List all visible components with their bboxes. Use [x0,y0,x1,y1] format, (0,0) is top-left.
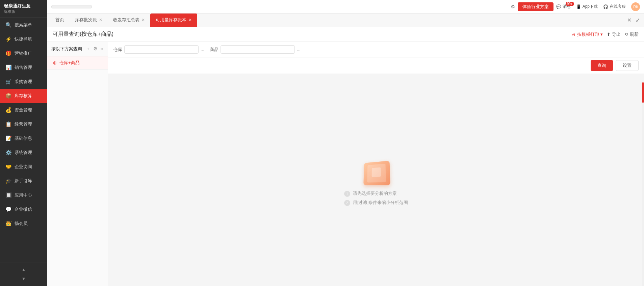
sidebar-item-label: 搜索菜单 [15,22,32,28]
sidebar-item-label: 销售管理 [15,64,32,71]
tabbar: 首页库存批次账✕收发存汇总表✕可用量库存账本✕ ✕ ⤢ [47,14,644,27]
basic-icon: 📝 [5,135,12,141]
export-label: 导出 [612,31,621,37]
main-area: ⚙ 体验行业方案 💬 消息 99+ 📱 App下载 🎧 在线客服 Rit [47,0,644,286]
sidebar: 畅康通好生意 标准版 🔍搜索菜单⚡快捷导航🎁营销推广📊销售管理🛒采购管理📦库存核… [0,0,47,286]
service-icon: 🎧 [603,4,608,9]
topbar-service-label: 在线客服 [610,4,626,9]
sidebar-item-purchase[interactable]: 🛒采购管理 [0,75,47,89]
filter-goods-label: 商品 [210,47,218,53]
sidebar-item-guide[interactable]: 🎓新手引导 [0,174,47,188]
sidebar-logo: 畅康通好生意 标准版 [0,0,47,18]
sidebar-item-label: 系统管理 [15,150,32,156]
content-wrapper: 按以下方案查询 ＋ ⚙ « ⊕ 仓库+商品 仓库 [47,42,644,286]
empty-hint-2: 2 用[过滤]条件来缩小分析范围 [344,200,408,206]
tab-available[interactable]: 可用量库存账本✕ [150,14,197,27]
sidebar-item-basic[interactable]: 📝基础信息 [0,131,47,146]
refresh-label: 刷新 [630,31,639,37]
export-btn[interactable]: ⬆ 导出 [607,31,621,37]
sidebar-item-enterprise[interactable]: 🤝企业协同 [0,160,47,174]
tab-home[interactable]: 首页 [50,14,70,27]
tab-summary[interactable]: 收发存汇总表✕ [108,14,150,27]
topbar-gear-btn[interactable]: ⚙ [511,4,515,10]
empty-box-face [371,167,381,177]
sales-icon: 📊 [5,64,12,71]
member-icon: 👑 [5,220,12,227]
settings-btn[interactable]: 设置 [616,60,639,71]
sidebar-item-finance[interactable]: 💰资金管理 [0,103,47,117]
sidebar-item-member[interactable]: 👑畅会员 [0,216,47,231]
tab-batch-account[interactable]: 库存批次账✕ [70,14,108,27]
refresh-btn[interactable]: ↻ 刷新 [625,31,639,37]
filter-bar: 仓库 ... 商品 ... [108,42,644,57]
tab-close-available[interactable]: ✕ [188,18,192,22]
sidebar-scroll: 🔍搜索菜单⚡快捷导航🎁营销推广📊销售管理🛒采购管理📦库存核算💰资金管理📋经营管理… [0,18,47,262]
tabbar-actions: ✕ ⤢ [626,14,641,27]
filter-goods-input[interactable] [221,45,295,54]
page-header-actions: 🖨 按模板打印 ▾ ⬆ 导出 ↻ 刷新 [571,31,639,37]
sidebar-scroll-up[interactable]: ▲ [0,265,47,274]
sidebar-logo-sub: 标准版 [4,9,43,14]
tab-label: 首页 [55,17,64,23]
sidebar-item-system[interactable]: ⚙️系统管理 [0,146,47,160]
shortcut-icon: ⚡ [5,36,12,42]
query-action-bar: 查询 设置 [108,57,644,74]
refresh-icon: ↻ [625,32,628,37]
hint-num-1: 1 [344,191,350,197]
left-panel-header: 按以下方案查询 ＋ ⚙ « [47,42,108,56]
inventory-icon: 📦 [5,93,12,99]
sidebar-item-apps[interactable]: 🔲应用中心 [0,188,47,202]
collapse-left-btn[interactable]: « [100,45,104,53]
topbar-trial-btn[interactable]: 体验行业方案 [518,2,553,11]
system-icon: ⚙️ [5,150,12,156]
sidebar-item-label: 快捷导航 [15,36,32,42]
topbar-right: 💬 消息 99+ 📱 App下载 🎧 在线客服 Rit [556,2,640,11]
sidebar-item-sales[interactable]: 📊销售管理 [0,60,47,75]
right-scrollbar-thumb[interactable] [642,82,644,103]
page-header: 可用量查询(按仓库+商品) 🖨 按模板打印 ▾ ⬆ 导出 ↻ 刷新 [47,27,644,42]
sidebar-item-search[interactable]: 🔍搜索菜单 [0,18,47,32]
purchase-icon: 🛒 [5,79,12,85]
add-scheme-btn[interactable]: ＋ [85,45,91,53]
filter-warehouse-more[interactable]: ... [201,47,204,52]
sidebar-item-label: 采购管理 [15,79,32,85]
sidebar-item-shortcut[interactable]: ⚡快捷导航 [0,32,47,46]
app-icon: 📱 [576,4,581,9]
tab-close-batch-account[interactable]: ✕ [99,18,102,22]
query-btn[interactable]: 查询 [591,60,613,71]
avatar-text: Rit [633,5,638,9]
empty-hints: 1 请先选择要分析的方案 2 用[过滤]条件来缩小分析范围 [344,190,408,209]
topbar: ⚙ 体验行业方案 💬 消息 99+ 📱 App下载 🎧 在线客服 Rit [47,0,644,14]
topbar-service[interactable]: 🎧 在线客服 [603,4,626,9]
hint-text-2: 用[过滤]条件来缩小分析范围 [353,200,408,206]
tab-close-all-btn[interactable]: ✕ [626,16,633,25]
tab-expand-btn[interactable]: ⤢ [634,16,641,25]
message-icon: 💬 [556,4,561,9]
sidebar-item-wechat[interactable]: 💬企业微信 [0,202,47,216]
topbar-user[interactable]: Rit [631,2,640,11]
sidebar-item-operation[interactable]: 📋经营管理 [0,117,47,131]
page-title: 可用量查询(按仓库+商品) [53,31,113,38]
marketing-icon: 🎁 [5,50,12,56]
hint-num-2: 2 [344,200,350,206]
print-label: 按模板打印 [577,31,599,37]
tab-label: 可用量库存账本 [156,17,186,23]
topbar-msg[interactable]: 💬 消息 99+ [556,4,571,9]
left-panel: 按以下方案查询 ＋ ⚙ « ⊕ 仓库+商品 [47,42,108,286]
sidebar-scroll-down[interactable]: ▼ [0,274,47,283]
print-dropdown-icon: ▾ [600,32,603,37]
sidebar-item-marketing[interactable]: 🎁营销推广 [0,46,47,60]
tab-close-summary[interactable]: ✕ [141,18,145,22]
avatar: Rit [631,2,640,11]
right-scrollbar[interactable] [642,82,644,286]
settings-scheme-btn[interactable]: ⚙ [93,45,98,53]
left-panel-item-warehouse-goods[interactable]: ⊕ 仓库+商品 [47,56,108,70]
print-btn[interactable]: 🖨 按模板打印 ▾ [571,31,603,37]
sidebar-logo-title: 畅康通好生意 [4,3,43,9]
sidebar-item-inventory[interactable]: 📦库存核算 [0,89,47,103]
filter-warehouse-input[interactable] [124,45,199,54]
topbar-app[interactable]: 📱 App下载 [576,4,598,9]
sidebar-item-label: 企业协同 [15,164,32,170]
sidebar-item-label: 营销推广 [15,50,32,56]
filter-goods-more[interactable]: ... [297,47,301,52]
